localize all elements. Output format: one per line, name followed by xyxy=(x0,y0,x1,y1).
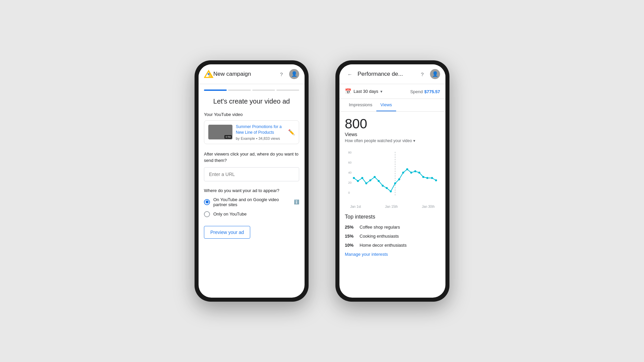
interest-name-2: Cooking enthusiasts xyxy=(360,234,399,239)
chart-dot xyxy=(435,179,437,181)
tabs-row: Impressions Views xyxy=(339,99,445,112)
svg-text:0: 0 xyxy=(348,191,350,194)
date-label: Last 30 days xyxy=(354,89,378,94)
chart-dot xyxy=(374,176,376,178)
views-big-number: 800 xyxy=(345,117,440,130)
spend-display: Spend $775.57 xyxy=(410,88,440,95)
info-icon-option1[interactable]: ℹ️ xyxy=(294,199,299,204)
ads-logo-icon xyxy=(204,69,213,79)
spend-text-label: Spend xyxy=(410,89,423,94)
views-chart: 80 60 40 20 0 xyxy=(345,148,440,202)
interest-row-3: 10% Home decor enthusiasts xyxy=(345,243,440,248)
back-arrow-icon: ← xyxy=(347,71,353,77)
svg-text:60: 60 xyxy=(348,161,352,164)
interest-name-1: Coffee shop regulars xyxy=(360,225,400,230)
right-top-icons: ? 👤 xyxy=(417,69,440,79)
date-spend-row: 📅 Last 30 days ▾ Spend $775.57 xyxy=(339,84,445,99)
progress-step-2 xyxy=(228,89,251,91)
chart-dot xyxy=(365,182,367,184)
calendar-icon: 📅 xyxy=(345,88,352,95)
right-page-title: Performance de... xyxy=(358,71,417,77)
interest-pct-3: 10% xyxy=(345,243,356,248)
right-content: 📅 Last 30 days ▾ Spend $775.57 Impressio… xyxy=(339,84,445,298)
video-card[interactable]: 0:58 Summer Promotions for a New Line of… xyxy=(204,120,299,144)
preview-ad-button[interactable]: Preview your ad xyxy=(204,226,250,239)
chart-x-jan1: Jan 1st xyxy=(350,205,361,208)
svg-point-2 xyxy=(208,73,210,75)
avatar-button[interactable]: 👤 xyxy=(289,69,299,79)
chart-dot xyxy=(402,172,404,174)
right-avatar-button[interactable]: 👤 xyxy=(430,69,440,79)
chart-dot xyxy=(361,177,363,179)
progress-bar xyxy=(204,89,299,91)
radio-option-youtube-and-partners[interactable]: On YouTube and on Google video partner s… xyxy=(204,197,299,207)
chart-dot xyxy=(390,190,392,192)
radio-text-2: Only on YouTube xyxy=(213,212,247,217)
radio-label-youtube-only: Only on YouTube xyxy=(213,212,247,217)
radio-outer-selected xyxy=(204,199,210,205)
avatar-icon: 👤 xyxy=(291,71,298,77)
views-unit-label: Views xyxy=(345,132,440,137)
right-help-icon: ? xyxy=(421,71,424,77)
right-help-button[interactable]: ? xyxy=(417,69,427,79)
tab-impressions[interactable]: Impressions xyxy=(345,99,376,111)
chart-x-jan30: Jan 30th xyxy=(422,205,435,208)
url-section-label: After viewers click your ad, where do yo… xyxy=(204,151,299,164)
chart-dot xyxy=(369,179,371,181)
chart-dot xyxy=(418,172,420,174)
right-avatar-icon: 👤 xyxy=(432,71,438,77)
svg-text:20: 20 xyxy=(348,181,352,184)
chart-container: 80 60 40 20 0 xyxy=(339,146,445,208)
url-input[interactable] xyxy=(204,167,299,181)
chart-dot xyxy=(394,182,396,184)
create-video-title: Let's create your video ad xyxy=(204,98,299,105)
video-info: Summer Promotions for a New Line of Prod… xyxy=(236,124,288,140)
interest-name-3: Home decor enthusiasts xyxy=(360,243,407,248)
stats-section: 800 Views How often people watched your … xyxy=(339,112,445,146)
chart-x-labels: Jan 1st Jan 15th Jan 30th xyxy=(345,203,440,208)
radio-option-youtube-only[interactable]: Only on YouTube xyxy=(204,211,299,217)
left-phone: New campaign ? 👤 Let's create your video… xyxy=(195,60,309,302)
interest-pct-2: 15% xyxy=(345,234,356,239)
chart-dot xyxy=(386,187,388,189)
chart-dot xyxy=(382,185,384,187)
interest-row-2: 15% Cooking enthusiasts xyxy=(345,234,440,239)
progress-step-1 xyxy=(204,89,227,91)
video-meta: by Example • 34,833 views xyxy=(236,136,288,140)
video-duration: 0:58 xyxy=(224,135,232,139)
chart-dot xyxy=(378,180,380,182)
tab-views[interactable]: Views xyxy=(376,99,396,111)
interests-title: Top interests xyxy=(345,214,440,220)
spend-value: $775.57 xyxy=(424,89,440,94)
left-top-bar: New campaign ? 👤 xyxy=(199,64,305,84)
appear-section-label: Where do you want your ad to appear? xyxy=(204,188,299,193)
left-top-icons: ? 👤 xyxy=(276,69,299,79)
svg-text:80: 80 xyxy=(348,151,352,154)
chart-dot xyxy=(406,168,408,170)
back-button[interactable]: ← xyxy=(345,69,355,79)
left-page-title: New campaign xyxy=(213,71,276,77)
chart-dot xyxy=(431,177,433,179)
chart-dot xyxy=(410,172,412,174)
date-selector[interactable]: 📅 Last 30 days ▾ xyxy=(345,88,382,95)
interest-row-1: 25% Coffee shop regulars xyxy=(345,225,440,230)
manage-interests-link[interactable]: Manage your interests xyxy=(345,252,440,257)
chart-dot xyxy=(353,177,355,179)
watched-row[interactable]: How often people watched your video ▾ xyxy=(345,138,440,143)
edit-video-icon[interactable]: ✏️ xyxy=(288,129,295,135)
right-top-bar: ← Performance de... ? 👤 xyxy=(339,64,445,84)
interests-section: Top interests 25% Coffee shop regulars 1… xyxy=(339,208,445,262)
progress-step-3 xyxy=(252,89,275,91)
interest-pct-1: 25% xyxy=(345,225,356,230)
chart-x-jan15: Jan 15th xyxy=(385,205,398,208)
watched-text: How often people watched your video xyxy=(345,138,412,143)
chart-dot xyxy=(398,178,400,180)
youtube-section-label: Your YouTube video xyxy=(204,112,299,117)
chart-dot xyxy=(357,180,359,182)
radio-outer-empty xyxy=(204,211,210,217)
help-icon-button[interactable]: ? xyxy=(276,69,286,79)
chart-dot xyxy=(426,177,428,179)
expand-icon: ▾ xyxy=(413,138,415,143)
right-phone: ← Performance de... ? 👤 📅 Last 30 days ▾ xyxy=(335,60,449,302)
radio-inner-selected xyxy=(206,200,209,203)
